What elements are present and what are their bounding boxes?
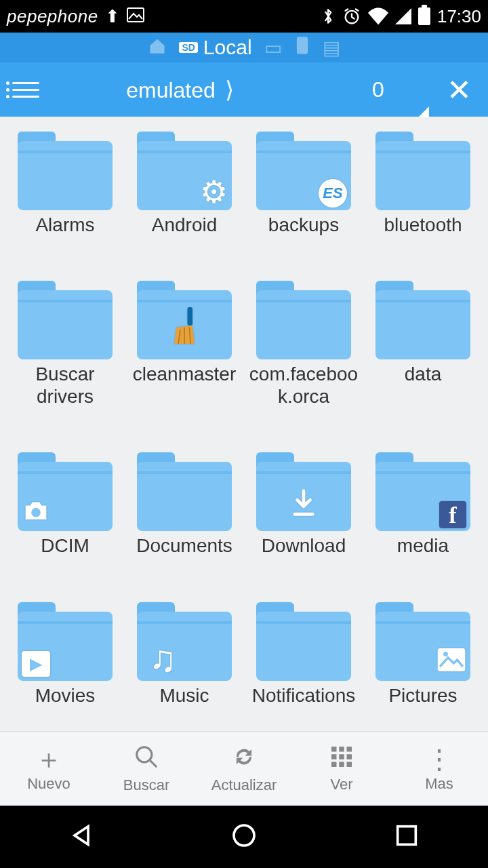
picture-overlay-icon — [436, 646, 466, 678]
folder-item[interactable]: Download — [245, 452, 362, 581]
view-button[interactable]: Ver — [293, 732, 390, 806]
folder-icon: f — [375, 452, 470, 531]
android-status-bar: pepephone ⬆ 17:30 — [0, 0, 488, 33]
more-icon: ⋮ — [426, 745, 453, 772]
folder-label: Documents — [136, 535, 232, 557]
folder-icon — [375, 602, 470, 681]
folder-label: Alarms — [35, 214, 94, 236]
folder-item[interactable]: Documents — [126, 452, 243, 581]
music-overlay-icon: ♫ — [149, 640, 177, 677]
folder-item[interactable]: Notifications — [245, 602, 362, 731]
svg-rect-17 — [347, 762, 352, 767]
svg-rect-16 — [339, 762, 344, 767]
folder-icon: ♫ — [137, 602, 232, 681]
svg-rect-13 — [339, 754, 344, 760]
svg-rect-10 — [339, 747, 344, 752]
sd-icon: SD — [179, 42, 197, 53]
close-icon[interactable]: ✕ — [443, 73, 476, 107]
menu-icon[interactable] — [12, 82, 39, 98]
path-bar: emulated ⟩ 0 ✕ — [0, 62, 488, 117]
network-tab-icon[interactable]: ▤ — [323, 37, 340, 59]
local-tab[interactable]: SD Local — [179, 36, 251, 59]
battery-icon — [418, 7, 430, 25]
home-tab-icon[interactable] — [148, 37, 167, 59]
svg-rect-15 — [331, 762, 337, 767]
recent-apps-button[interactable] — [393, 822, 420, 852]
search-icon — [134, 744, 159, 774]
svg-rect-2 — [296, 37, 307, 54]
folder-item[interactable]: Alarms — [7, 132, 123, 260]
plus-icon: ＋ — [35, 745, 62, 772]
bluetooth-icon — [321, 7, 336, 26]
folder-item[interactable]: cleanmaster — [126, 281, 243, 432]
folder-icon: ES — [256, 132, 351, 210]
broom-overlay-icon — [164, 305, 205, 351]
folder-item[interactable]: bluetooth — [365, 132, 481, 260]
download-overlay-icon — [288, 487, 319, 523]
svg-rect-14 — [347, 754, 352, 760]
folder-item[interactable]: DCIM — [7, 452, 123, 581]
folder-icon — [375, 132, 470, 210]
folder-icon — [256, 602, 351, 681]
folder-icon — [137, 281, 232, 359]
folder-icon — [18, 452, 113, 531]
folder-label: com.facebook.orca — [246, 363, 361, 407]
folder-label: backups — [268, 214, 339, 236]
back-button[interactable] — [68, 822, 95, 852]
folder-item[interactable]: ▶Movies — [7, 602, 123, 731]
folder-label: Movies — [35, 685, 96, 707]
folder-icon: ⚙ — [137, 132, 232, 210]
folder-label: Notifications — [252, 685, 356, 707]
folder-label: bluetooth — [384, 214, 462, 236]
svg-line-8 — [150, 760, 157, 766]
breadcrumb-current: emulated — [126, 78, 216, 103]
folder-item[interactable]: fmedia — [365, 452, 481, 581]
svg-point-4 — [31, 508, 41, 517]
svg-rect-19 — [398, 827, 416, 845]
sort-handle-icon[interactable] — [418, 106, 429, 117]
folder-item[interactable]: ♫Music — [126, 602, 243, 731]
android-nav-bar — [0, 806, 488, 868]
folder-label: Buscar drivers — [7, 363, 123, 407]
folder-icon — [18, 281, 113, 359]
grid-view-icon — [329, 745, 354, 773]
more-button[interactable]: ⋮ Mas — [390, 732, 488, 806]
bottom-toolbar: ＋ Nuevo Buscar Actualizar Ver ⋮ Mas — [0, 731, 488, 806]
svg-rect-12 — [331, 754, 337, 760]
folder-label: Music — [159, 685, 209, 707]
breadcrumb[interactable]: emulated ⟩ — [46, 76, 314, 103]
picture-icon — [127, 6, 144, 27]
home-button[interactable] — [230, 822, 258, 852]
local-tab-label: Local — [203, 36, 252, 59]
folder-item[interactable]: com.facebook.orca — [245, 281, 362, 432]
new-button[interactable]: ＋ Nuevo — [0, 732, 98, 806]
search-button[interactable]: Buscar — [98, 732, 195, 806]
folder-icon — [256, 281, 351, 359]
device-tab-icon[interactable] — [294, 36, 310, 60]
storage-tab-strip: SD Local ▭ ▤ — [0, 33, 488, 62]
play-overlay-icon: ▶ — [22, 651, 50, 677]
folder-item[interactable]: ESbackups — [245, 132, 362, 260]
refresh-button[interactable]: Actualizar — [195, 732, 293, 806]
svg-rect-3 — [188, 307, 193, 326]
svg-point-6 — [443, 652, 448, 656]
folder-icon — [137, 452, 232, 531]
folder-item[interactable]: Pictures — [365, 602, 481, 731]
camera-overlay-icon — [22, 500, 50, 527]
wifi-icon — [368, 7, 388, 25]
svg-rect-11 — [347, 747, 352, 752]
folder-item[interactable]: data — [365, 281, 481, 432]
folder-grid: Alarms⚙AndroidESbackupsbluetoothBuscar d… — [0, 117, 488, 731]
item-count[interactable]: 0 — [321, 77, 436, 102]
clock-label: 17:30 — [437, 6, 481, 27]
cell-signal-icon — [395, 8, 411, 24]
folder-label: Pictures — [388, 685, 457, 707]
folder-icon — [256, 452, 351, 531]
library-tab-icon[interactable]: ▭ — [264, 37, 282, 59]
folder-item[interactable]: ⚙Android — [126, 132, 243, 260]
refresh-icon — [231, 744, 257, 774]
folder-label: cleanmaster — [133, 363, 237, 385]
upload-icon: ⬆ — [105, 6, 120, 27]
folder-item[interactable]: Buscar drivers — [7, 281, 123, 432]
svg-point-18 — [234, 825, 254, 846]
